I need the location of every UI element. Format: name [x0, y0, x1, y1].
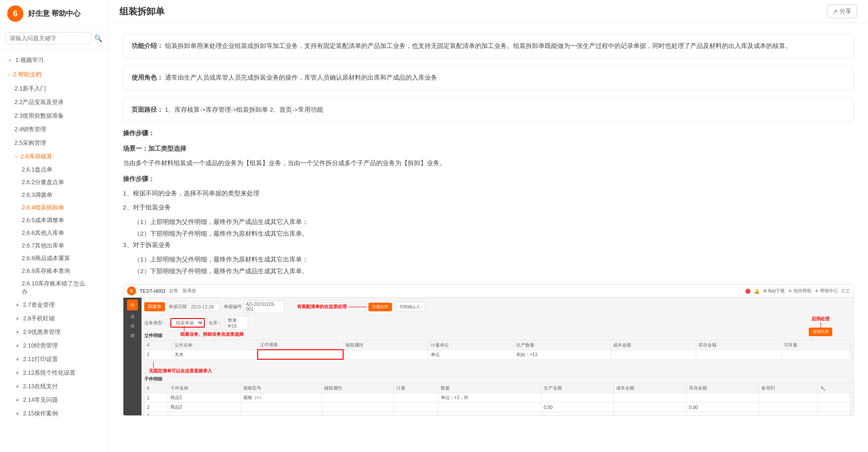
path-label: 页面路径： — [132, 106, 163, 113]
sim-toolbar-row: 新建单 单据日期 2019-12-26 单据编号 AD-20191226-001 — [144, 300, 850, 313]
sim-date-label: 单据日期 — [169, 304, 187, 310]
sidebar-item-videos[interactable]: ＋ 1.视频学习 — [0, 53, 108, 67]
scene-label: 场景一：加工类型选择 — [123, 143, 854, 155]
step2-1: （1）上部明细为父件明细，最终作为产成品生成其它入库单； — [123, 216, 854, 228]
table-row: 1商品1规格（+）单位：+1，件 — [145, 393, 850, 403]
sim-upper-table: # 父件名称 父件规格 辅助属性 计量单位 生产数量 成本金额 库存金额 可库量 — [144, 340, 850, 360]
sim-lower-table: # 子件名称 规格型号 辅助属性 计量 数量 生产金额 成本金额 库存金额 — [144, 383, 850, 415]
plus-icon: ＋ — [7, 57, 13, 64]
role-text: 通常由生产人员或库管人员完成拆装业务的操作，库管人员确认原材料的出库和产成品的入… — [165, 74, 437, 81]
sidebar-title: 好生意 帮助中心 — [28, 9, 80, 19]
sim-warehouse-label: 仓库： — [208, 320, 222, 326]
screenshot-container: 6 TEST-H002 自售 新系统 🔴 🔔 ⊕ App下载 ⊕ 包培帮助 ⊕ … — [123, 284, 854, 416]
sim-btn-newrecord: 新建单 — [144, 302, 165, 311]
page-title: 组装拆卸单 — [119, 5, 165, 18]
sidebar-item-payment[interactable]: ＋ 2.13在线支付 — [0, 380, 108, 393]
sidebar-item-helpdoc[interactable]: − 2.帮助文档 — [0, 67, 108, 82]
sim-sidebar-icon2: 采 — [131, 314, 135, 320]
sim-col-parent-spec: 父件规格 — [258, 340, 343, 350]
search-input[interactable] — [5, 32, 91, 44]
sim-appstore: ⊕ App下载 — [763, 288, 785, 294]
intro-text: 组装拆卸单用来处理企业组装或拆卸等加工业务，支持有固定装配清单的产品加工业务，也… — [165, 43, 792, 49]
sidebar-item-install[interactable]: 2.2产品安装及登录 — [0, 95, 108, 109]
sim-docid-label: 单据编号 — [224, 304, 242, 310]
table-row: 2商品20.000.00 — [145, 403, 850, 412]
sim-col-unit: 计量单位 — [428, 340, 514, 350]
topbar: 组装拆卸单 ↗ 分享 — [108, 0, 868, 23]
ops-steps-title: 操作步骤： — [123, 173, 854, 185]
sim-col-parent-name: 父件名称 — [172, 340, 258, 350]
sidebar-item-newbie[interactable]: 2.1新手入门 — [0, 82, 108, 95]
sidebar-header: 6 好生意 帮助中心 — [0, 0, 108, 28]
sim-upper-table-label: 父件明细 — [144, 333, 850, 339]
role-box: 使用角色： 通常由生产人员或库管人员完成拆装业务的操作，库管人员确认原材料的出库… — [123, 66, 854, 90]
sidebar-item-inventory[interactable]: − 2.6库存核算 — [0, 150, 108, 163]
sim-sidebar-icon1: 自 — [127, 300, 138, 310]
simulated-screenshot: 6 TEST-H002 自售 新系统 🔴 🔔 ⊕ App下载 ⊕ 包培帮助 ⊕ … — [123, 285, 853, 415]
sidebar-item-sales[interactable]: 2.4销售管理 — [0, 123, 108, 136]
share-icon: ↗ — [833, 8, 838, 15]
sim-docid-value: AD-20191226-001 — [244, 300, 284, 313]
main-panel: 组装拆卸单 ↗ 分享 功能介绍： 组装拆卸单用来处理企业组装或拆卸等加工业务，支… — [108, 0, 868, 452]
sim-sidebar-icon4: 财 — [131, 333, 135, 339]
sidebar-item-faq[interactable]: ＋ 2.14常见问题 — [0, 393, 108, 407]
sim-btn-select-material: 货搜此用 — [368, 303, 392, 311]
sim-sidebar-icon3: 库 — [131, 324, 135, 329]
sidebar-item-other-out[interactable]: 2.6.7其他出库单 — [0, 239, 108, 252]
search-box: 🔍 — [0, 28, 108, 49]
sim-helpcenter: ⊕ 帮助中心 — [815, 288, 838, 294]
content-area: 功能介绍： 组装拆卸单用来处理企业组装或拆卸等加工业务，支持有固定装配清单的产品… — [108, 23, 868, 452]
ann-fixedlist: 有装配清单的在这里处理 — [297, 304, 347, 310]
sim-col-cost: 成本金额 — [611, 340, 696, 350]
intro-label: 功能介绍： — [132, 43, 163, 49]
sim-date-value: 2019-12-26 — [189, 303, 220, 311]
scene-desc: 当由多个子件材料组装成一个成品的业务为【组装】业务，当由一个父件拆分成多个子产品… — [123, 157, 854, 169]
sidebar-item-data-prep[interactable]: 2.3使用前数据准备 — [0, 109, 108, 123]
sidebar-item-stocktake[interactable]: 2.6.1盘点单 — [0, 163, 108, 176]
step3: 3、对于拆装业务 — [123, 239, 854, 251]
sim-col-stock: 库存金额 — [696, 340, 782, 350]
sidebar-item-ledger-query[interactable]: 2.6.9库存账本查询 — [0, 265, 108, 277]
sidebar-item-finance[interactable]: ＋ 2.7资金管理 — [0, 298, 108, 312]
ops-title: 操作步骤： — [123, 129, 854, 138]
table-row: 1 关木 单位 初始：+11 — [145, 350, 850, 359]
sim-nav-home: 自售 — [169, 288, 178, 294]
sidebar-item-cost-recalc[interactable]: 2.6.8商品成本重算 — [0, 252, 108, 265]
sidebar-item-ledger-fix[interactable]: 2.6.10库存账本错了怎么办 — [0, 277, 108, 298]
role-label: 使用角色： — [132, 74, 163, 81]
step1: 1、根据不同的业务，选择不同单据的类型来处理 — [123, 188, 854, 200]
sim-col-qty: 生产数量 — [514, 340, 611, 350]
sidebar-item-coupon[interactable]: ＋ 2.9优惠券管理 — [0, 325, 108, 339]
sim-logo-icon: 6 — [127, 286, 136, 295]
sim-icon-bell: 🔔 — [754, 289, 760, 294]
sim-col-avail: 可库量 — [782, 340, 850, 350]
sidebar-item-assembly[interactable]: 2.6.4组装拆卸单 — [0, 201, 108, 214]
sim-btn-confirm: 同期确认入- — [396, 302, 425, 312]
ann-enable: 启用处理 — [811, 316, 830, 322]
sidebar-item-mobile[interactable]: ＋ 2.8手机旺铺 — [0, 312, 108, 325]
search-icon[interactable]: 🔍 — [94, 34, 103, 43]
sim-nav-new: 新系统 — [183, 288, 196, 294]
sidebar-item-purchase[interactable]: 2.5采购管理 — [0, 136, 108, 150]
sidebar-item-customize[interactable]: ＋ 2.12系统个性化设置 — [0, 366, 108, 380]
ann-type-select: 组装业务、拆卸业务在这里选择 — [180, 331, 244, 338]
logo-icon: 6 — [7, 5, 24, 22]
sidebar-item-cases[interactable]: ＋ 2.15操作案例 — [0, 407, 108, 420]
table-row: 3 — [145, 412, 850, 416]
sidebar-item-other-in[interactable]: 2.6.6其他入库单 — [0, 227, 108, 239]
sidebar-item-partial-stocktake[interactable]: 2.6.2分量盘点单 — [0, 176, 108, 189]
sidebar-item-ops[interactable]: ＋ 2.10经营管理 — [0, 339, 108, 352]
path-box: 页面路径： 1、库存核算->库存管理->组装拆卸单 2、首页->常用功能 — [123, 98, 854, 122]
sim-company: TEST-H002 — [140, 288, 165, 294]
sim-user: C.C — [842, 289, 849, 294]
intro-box: 功能介绍： 组装拆卸单用来处理企业组装或拆卸等加工业务，支持有固定装配清单的产品… — [123, 34, 854, 58]
share-button[interactable]: ↗ 分享 — [827, 5, 857, 18]
sim-topbar: 6 TEST-H002 自售 新系统 🔴 🔔 ⊕ App下载 ⊕ 包培帮助 ⊕ … — [123, 285, 853, 298]
sidebar-item-print[interactable]: ＋ 2.11打印设置 — [0, 352, 108, 366]
sim-col-idx: # — [145, 340, 172, 350]
minus-icon: − — [7, 71, 10, 78]
sidebar-item-transfer[interactable]: 2.6.3调拨单 — [0, 189, 108, 201]
step2: 2、对于组装业务 — [123, 202, 854, 214]
sidebar-item-cost-adj[interactable]: 2.6.5成本调整单 — [0, 214, 108, 227]
sim-help: ⊕ 包培帮助 — [788, 288, 811, 294]
